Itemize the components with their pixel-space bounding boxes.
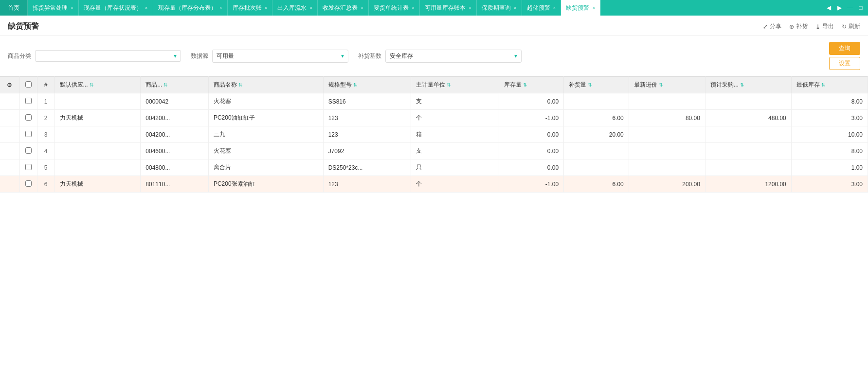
row-min-stock: 3.00 bbox=[791, 176, 868, 193]
row-checkbox[interactable] bbox=[25, 98, 32, 104]
table-row: 3 004200... 三九 123 箱 0.00 20.00 10.00 bbox=[0, 126, 868, 143]
row-supplier bbox=[54, 159, 141, 176]
row-check-cell[interactable] bbox=[19, 143, 37, 159]
export-action[interactable]: ⤓ 导出 bbox=[815, 22, 834, 31]
row-stock: -1.00 bbox=[499, 110, 564, 126]
col-check[interactable] bbox=[19, 77, 37, 93]
tab-prev-button[interactable]: ◀ bbox=[823, 2, 834, 13]
row-replenish-qty: 6.00 bbox=[564, 176, 629, 193]
row-check-cell[interactable] bbox=[19, 159, 37, 176]
replenish-base-select[interactable]: 安全库存 ▾ bbox=[385, 50, 522, 63]
col-supplier[interactable]: 默认供应... ⇅ bbox=[54, 77, 141, 93]
row-check-cell[interactable] bbox=[19, 93, 37, 110]
tab-available[interactable]: 可用量库存账本 × bbox=[420, 0, 477, 16]
tab-flow[interactable]: 出入库流水 × bbox=[272, 0, 318, 16]
data-table: ⚙ # 默认供应... ⇅ 商品... bbox=[0, 76, 868, 193]
row-latest-price bbox=[629, 126, 705, 143]
replenish-action[interactable]: ⊕ 补货 bbox=[789, 22, 808, 31]
tab-batch[interactable]: 库存批次账 × bbox=[228, 0, 273, 16]
col-unit[interactable]: 主计量单位 ⇅ bbox=[411, 77, 499, 93]
row-checkbox[interactable] bbox=[25, 147, 32, 154]
export-icon: ⤓ bbox=[815, 23, 820, 30]
col-unit-label: 主计量单位 bbox=[416, 81, 445, 89]
col-min-stock[interactable]: 最低库存 ⇅ bbox=[791, 77, 868, 93]
row-checkbox[interactable] bbox=[25, 114, 32, 121]
datasource-select[interactable]: 可用量 ▾ bbox=[212, 50, 348, 63]
tab-overstock-label: 超储预警 bbox=[527, 4, 550, 12]
row-replenish-qty: 6.00 bbox=[564, 110, 629, 126]
tab-available-label: 可用量库存账本 bbox=[425, 4, 466, 12]
col-goods-code-sort-icon: ⇅ bbox=[163, 82, 167, 88]
row-settings-cell bbox=[0, 143, 19, 159]
row-latest-price bbox=[629, 143, 705, 159]
col-latest-price-sort-icon: ⇅ bbox=[659, 82, 663, 88]
row-checkbox[interactable] bbox=[25, 164, 32, 170]
replenish-label: 补货 bbox=[796, 22, 808, 31]
col-latest-price[interactable]: 最新进价 ⇅ bbox=[629, 77, 705, 93]
table-row: 2 力天机械 004200... PC200油缸缸子 123 个 -1.00 6… bbox=[0, 110, 868, 126]
tab-batch-close[interactable]: × bbox=[265, 5, 268, 11]
tab-expiry-close[interactable]: × bbox=[514, 5, 517, 11]
row-settings-cell bbox=[0, 110, 19, 126]
window-maximize-button[interactable]: □ bbox=[855, 2, 866, 13]
tab-stock2[interactable]: 现存量（库存分布表） × bbox=[153, 0, 228, 16]
row-stock: 0.00 bbox=[499, 126, 564, 143]
tab-order[interactable]: 要货单统计表 × bbox=[369, 0, 420, 16]
datasource-filter-label: 数据源 bbox=[191, 52, 208, 60]
tab-home[interactable]: 首页 bbox=[0, 0, 28, 16]
row-est-purchase: 480.00 bbox=[705, 110, 791, 126]
col-spec[interactable]: 规格型号 ⇅ bbox=[323, 77, 411, 93]
filter-area: 商品分类 ▾ 数据源 可用量 ▾ 补货基数 安全库存 ▾ 查询 设置 bbox=[0, 36, 868, 76]
row-unit: 箱 bbox=[411, 126, 499, 143]
select-all-checkbox[interactable] bbox=[25, 81, 32, 88]
row-est-purchase bbox=[705, 143, 791, 159]
tab-expiry-label: 保质期查询 bbox=[482, 4, 511, 12]
row-checkbox[interactable] bbox=[25, 131, 32, 137]
row-replenish-qty bbox=[564, 93, 629, 110]
tab-shortage-close[interactable]: × bbox=[592, 5, 595, 11]
share-icon: ⤢ bbox=[763, 23, 768, 30]
row-check-cell[interactable] bbox=[19, 110, 37, 126]
col-goods-name[interactable]: 商品名称 ⇅ bbox=[208, 77, 323, 93]
window-minimize-button[interactable]: — bbox=[845, 2, 855, 13]
col-stock[interactable]: 库存量 ⇅ bbox=[499, 77, 564, 93]
tab-expiry[interactable]: 保质期查询 × bbox=[477, 0, 522, 16]
share-action[interactable]: ⤢ 分享 bbox=[763, 22, 781, 31]
row-check-cell[interactable] bbox=[19, 126, 37, 143]
tab-summary[interactable]: 收发存汇总表 × bbox=[318, 0, 369, 16]
row-supplier: 力天机械 bbox=[54, 110, 141, 126]
col-goods-code[interactable]: 商品... ⇅ bbox=[141, 77, 209, 93]
refresh-label: 刷新 bbox=[849, 22, 860, 31]
share-label: 分享 bbox=[770, 22, 781, 31]
row-goods-code: 004200... bbox=[141, 126, 209, 143]
tab-overstock-close[interactable]: × bbox=[553, 5, 556, 11]
row-check-cell[interactable] bbox=[19, 176, 37, 193]
tab-overstock[interactable]: 超储预警 × bbox=[522, 0, 561, 16]
tab-pick[interactable]: 拣货异常处理 × bbox=[28, 0, 79, 16]
tab-shortage[interactable]: 缺货预警 × bbox=[561, 0, 600, 16]
col-replenish-qty[interactable]: 补货量 ⇅ bbox=[564, 77, 629, 93]
replenish-base-filter-label: 补货基数 bbox=[358, 52, 381, 60]
tab-summary-label: 收发存汇总表 bbox=[323, 4, 358, 12]
category-select[interactable]: ▾ bbox=[35, 50, 181, 62]
row-settings-cell bbox=[0, 93, 19, 110]
page-container: 缺货预警 ⤢ 分享 ⊕ 补货 ⤓ 导出 ↻ 刷新 商品分类 bbox=[0, 16, 868, 387]
tab-available-close[interactable]: × bbox=[469, 5, 471, 11]
tab-stock1-close[interactable]: × bbox=[145, 5, 148, 11]
tab-order-close[interactable]: × bbox=[412, 5, 415, 11]
replenish-base-filter-group: 补货基数 安全库存 ▾ bbox=[358, 50, 522, 63]
row-checkbox[interactable] bbox=[25, 180, 32, 187]
query-button[interactable]: 查询 bbox=[829, 42, 860, 55]
tab-pick-close[interactable]: × bbox=[71, 5, 73, 11]
row-goods-name: PC200张紧油缸 bbox=[208, 176, 323, 193]
refresh-action[interactable]: ↻ 刷新 bbox=[842, 22, 860, 31]
tab-flow-close[interactable]: × bbox=[309, 5, 312, 11]
col-est-purchase[interactable]: 预计采购... ⇅ bbox=[705, 77, 791, 93]
settings-button[interactable]: 设置 bbox=[829, 57, 860, 70]
tab-next-button[interactable]: ▶ bbox=[834, 2, 845, 13]
tab-stock1[interactable]: 现存量（库存状况表） × bbox=[79, 0, 153, 16]
settings-gear-icon[interactable]: ⚙ bbox=[7, 82, 12, 88]
col-settings[interactable]: ⚙ bbox=[0, 77, 19, 93]
tab-stock2-close[interactable]: × bbox=[219, 5, 222, 11]
tab-summary-close[interactable]: × bbox=[361, 5, 363, 11]
